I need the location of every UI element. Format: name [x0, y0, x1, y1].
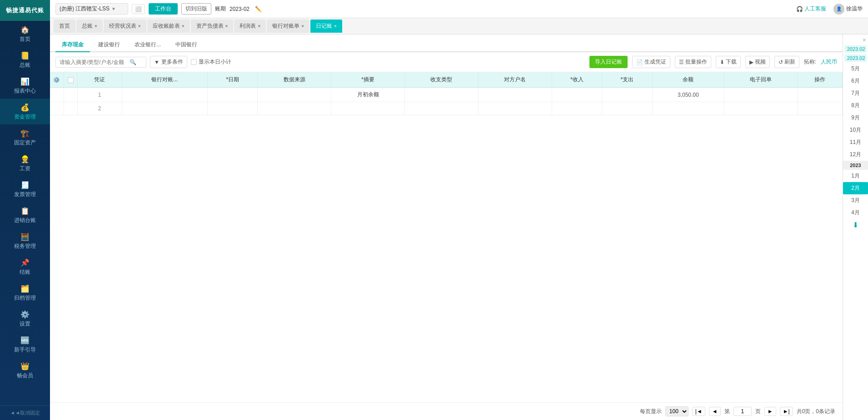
unpin-sidebar-btn[interactable]: ◄◄取消固定 [0, 405, 50, 420]
month-item-2-active[interactable]: 2月 [843, 182, 868, 194]
company-dropdown-arrow: ▼ [111, 6, 116, 11]
tab-close-icon[interactable]: × [95, 24, 97, 29]
sub-tab-cash[interactable]: 库存现金 [55, 38, 90, 52]
month-item-12[interactable]: 12月 [843, 148, 868, 161]
th-income: *收入 [552, 72, 602, 88]
tab-label: 总账 [82, 22, 93, 30]
tab-home[interactable]: 首页 [54, 20, 75, 33]
first-page-btn[interactable]: |◄ [692, 407, 705, 416]
tab-receivable-aging[interactable]: 应收账龄表 × [147, 20, 190, 33]
company-selector[interactable]: (勿册) 江西赣宝-LSS ▼ [55, 3, 128, 15]
month-item-7[interactable]: 7月 [843, 87, 868, 99]
sidebar-item-member[interactable]: 👑 畅会员 [0, 357, 50, 383]
tab-bar: 首页 总账 × 经营状况表 × 应收账龄表 × 资产负债表 × 利润表 × 银行… [50, 18, 868, 35]
tab-balance-sheet[interactable]: 资产负债表 × [191, 20, 234, 33]
period-value: 2023-02 [229, 6, 249, 12]
customer-service-label: 人工客服 [804, 5, 826, 13]
topbar-right: 🎧 人工客服 👤 徐温华 [796, 4, 863, 15]
year-label-top2[interactable]: 2023.02 [844, 54, 867, 62]
sidebar-item-funds[interactable]: 💰 资金管理 [0, 99, 50, 124]
page-input[interactable] [733, 407, 752, 416]
video-btn[interactable]: ▶ 视频 [745, 56, 770, 68]
search-input[interactable] [60, 59, 128, 65]
sidebar-item-archive[interactable]: 🗂️ 归档管理 [0, 280, 50, 306]
sidebar-item-close-account[interactable]: 📌 结账 [0, 254, 50, 280]
table-row: 2 [50, 102, 843, 115]
tab-label: 首页 [59, 22, 70, 30]
workbench-btn[interactable]: 工作台 [149, 3, 178, 15]
period-edit-icon[interactable]: ✏️ [255, 6, 262, 12]
tab-label: 利润表 [239, 22, 256, 30]
th-counterpart: 对方户名 [478, 72, 552, 88]
tab-label: 日记账 [316, 22, 332, 30]
tab-close-icon[interactable]: × [334, 24, 337, 29]
sidebar-item-reports[interactable]: 📊 报表中心 [0, 73, 50, 99]
sidebar-item-guide[interactable]: 🆕 新手引导 [0, 331, 50, 357]
show-daily-checkbox[interactable] [191, 59, 197, 65]
sidebar-item-invoice[interactable]: 🧾 发票管理 [0, 176, 50, 202]
sidebar-item-settings[interactable]: ⚙️ 设置 [0, 306, 50, 331]
year-label-top1[interactable]: 2023.02 [844, 45, 867, 53]
customer-service-btn[interactable]: 🎧 人工客服 [796, 5, 826, 13]
column-settings-icon[interactable]: ⚙️ [53, 77, 60, 83]
currency-value[interactable]: 人民币 [821, 58, 837, 66]
th-check [64, 72, 77, 88]
th-action: 操作 [798, 72, 842, 88]
user-info[interactable]: 👤 徐温华 [833, 4, 863, 15]
tab-close-icon[interactable]: × [182, 24, 185, 29]
refresh-btn[interactable]: ↺ 刷新 [774, 56, 799, 68]
sub-tab-boc[interactable]: 中国银行 [169, 38, 204, 52]
prev-page-btn[interactable]: ◄ [709, 407, 721, 416]
sidebar-item-purchase-sales[interactable]: 📋 进销台账 [0, 202, 50, 228]
batch-op-btn[interactable]: ☰ 批量操作 [675, 56, 711, 68]
tab-journal[interactable]: 日记账 × [310, 20, 342, 33]
tab-close-icon[interactable]: × [138, 24, 141, 29]
th-settings: ⚙️ [50, 72, 64, 88]
next-page-btn[interactable]: ► [764, 407, 776, 416]
show-daily-subtotal-label[interactable]: 显示本日小计 [191, 58, 231, 66]
th-balance: 余额 [652, 72, 724, 88]
tab-close-icon[interactable]: × [225, 24, 228, 29]
month-item-10[interactable]: 10月 [843, 124, 868, 136]
month-item-11[interactable]: 11月 [843, 136, 868, 148]
month-item-1[interactable]: 1月 [843, 170, 868, 182]
month-item-9[interactable]: 9月 [843, 112, 868, 124]
search-icon[interactable]: 🔍 [130, 59, 136, 65]
sub-tab-ccb[interactable]: 建设银行 [92, 38, 126, 52]
month-item-3[interactable]: 3月 [843, 194, 868, 207]
sidebar-item-label: 首页 [20, 35, 30, 43]
sidebar-item-assets[interactable]: 🏗️ 固定资产 [0, 124, 50, 150]
old-version-btn[interactable]: 切到旧版 [181, 3, 211, 15]
per-page-select[interactable]: 100 50 200 [665, 406, 688, 416]
sidebar-item-salary[interactable]: 👷 工资 [0, 150, 50, 176]
import-journal-btn[interactable]: 导入日记账 [589, 56, 628, 68]
close-panel-btn[interactable]: × [843, 35, 868, 44]
sidebar-item-home[interactable]: 🏠 首页 [0, 21, 50, 47]
sub-tab-abc[interactable]: 农业银行... [128, 38, 167, 52]
more-filter-btn[interactable]: ▼ 更多条件 [150, 56, 187, 68]
year-section-header: 2023 [843, 161, 868, 170]
generate-voucher-btn[interactable]: 📄 生成凭证 [632, 56, 670, 68]
tab-business-status[interactable]: 经营状况表 × [104, 20, 146, 33]
tab-profit[interactable]: 利润表 × [234, 20, 266, 33]
sub-tab-label: 建设银行 [98, 41, 120, 48]
select-all-checkbox[interactable] [68, 77, 74, 83]
download-btn[interactable]: ⬇ 下载 [716, 56, 741, 68]
tab-bank-statement[interactable]: 银行对账单 × [267, 20, 309, 33]
month-item-5[interactable]: 5月 [843, 63, 868, 75]
salary-icon: 👷 [20, 155, 30, 163]
copy-btn[interactable]: ⬜ [132, 4, 145, 14]
date-panel-down-arrow[interactable]: ⬇ [851, 219, 860, 231]
toolbar: 🔍 ▼ 更多条件 显示本日小计 导入日记账 📄 生成凭证 [50, 52, 843, 72]
tab-close-icon[interactable]: × [258, 24, 260, 29]
tab-close-icon[interactable]: × [301, 24, 304, 29]
month-item-6[interactable]: 6月 [843, 75, 868, 87]
sidebar-item-tax[interactable]: 🧮 税务管理 [0, 228, 50, 254]
tab-ledger[interactable]: 总账 × [76, 20, 103, 33]
last-page-btn[interactable]: ►| [780, 407, 793, 416]
month-item-4[interactable]: 4月 [843, 207, 868, 219]
video-label: 视频 [755, 58, 766, 66]
td-income [552, 88, 602, 102]
month-item-8[interactable]: 8月 [843, 99, 868, 112]
sidebar-item-ledger[interactable]: 📒 总账 [0, 47, 50, 73]
